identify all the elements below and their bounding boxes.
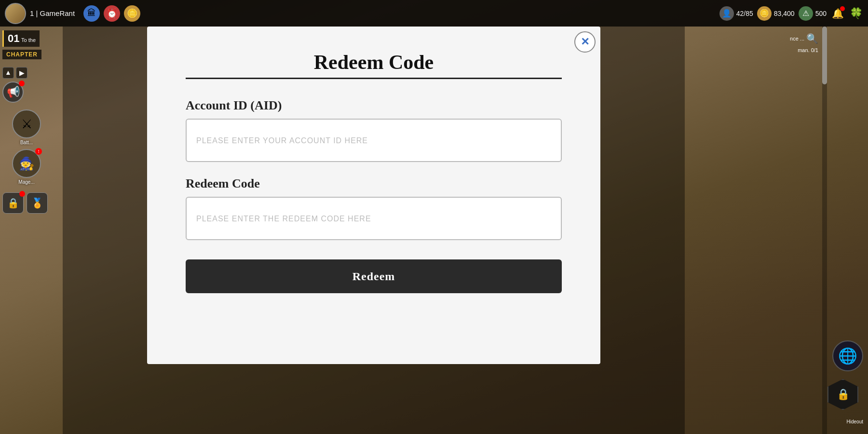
hideout-label: Hideout	[847, 419, 863, 424]
clock-icon[interactable]: ⏰	[104, 5, 120, 22]
modal-divider	[186, 78, 562, 79]
redeem-code-label: Redeem Code	[186, 176, 562, 191]
building-icon[interactable]: 🏛	[83, 5, 100, 22]
medal-button[interactable]: 🏅	[27, 192, 48, 214]
hud-bar: 1 | GameRant 🏛 ⏰ 🪙 👤 42/85 🪙 83,400 ⚠ 50…	[0, 0, 868, 27]
battle-icon: ⚔	[12, 109, 41, 138]
mage-badge: !	[35, 148, 42, 155]
right-stat-text: man. 0/1	[798, 47, 818, 53]
health-stat: 👤 42/85	[719, 6, 753, 21]
shield-stat: ⚠ 500	[799, 6, 827, 21]
bell-badge	[840, 6, 845, 11]
sidebar-item-battle[interactable]: ⚔ Batt...	[2, 109, 51, 145]
server-label: 1 | GameRant	[30, 9, 75, 17]
clover-icon[interactable]: 🍀	[849, 6, 863, 21]
submit-button[interactable]: Redeem	[186, 259, 562, 293]
chapter-sub: CHAPTER	[2, 50, 41, 59]
chapter-label: 01 To the	[2, 30, 40, 47]
account-id-label: Account ID (AID)	[186, 98, 562, 113]
person-icon: 👤	[719, 6, 734, 21]
sidebar-mage-label: Mage...	[18, 179, 34, 185]
lock-badge	[19, 191, 25, 197]
sidebar-battle-label: Batt...	[20, 140, 33, 145]
globe-button[interactable]: 🌐	[832, 340, 863, 371]
mage-icon: 🧙 !	[12, 149, 41, 178]
gold-coin-icon: 🪙	[757, 6, 772, 21]
redeem-code-input[interactable]	[186, 197, 562, 240]
coins-stat: 🪙 83,400	[757, 6, 795, 21]
hideout-button-area[interactable]: 🔒 Hideout	[847, 418, 863, 424]
account-id-input[interactable]	[186, 119, 562, 162]
megaphone-badge	[19, 81, 25, 86]
nav-right-button[interactable]: ▶	[16, 67, 27, 79]
search-text: nce ...	[790, 36, 804, 41]
modal-title: Redeem Code	[186, 51, 562, 74]
modal-close-button[interactable]: ✕	[574, 31, 596, 53]
scrollbar-track[interactable]	[822, 27, 827, 434]
nav-arrow-area: ▲ ▶	[2, 67, 27, 79]
scrollbar-thumb[interactable]	[822, 27, 827, 84]
sidebar-item-mage[interactable]: 🧙 ! Mage...	[2, 149, 51, 185]
shield-icon: ⚠	[799, 6, 813, 21]
lock-button[interactable]: 🔒	[2, 192, 24, 214]
search-icon[interactable]: 🔍	[806, 33, 818, 44]
search-area: nce ... 🔍	[790, 33, 818, 44]
megaphone-button[interactable]: 📢	[2, 81, 24, 103]
coin-icon[interactable]: 🪙	[124, 5, 140, 22]
nav-up-button[interactable]: ▲	[2, 67, 14, 79]
modal-overlay: ✕ Redeem Code Account ID (AID) Redeem Co…	[63, 27, 685, 434]
redeem-code-modal: ✕ Redeem Code Account ID (AID) Redeem Co…	[147, 27, 600, 364]
bell-button[interactable]: 🔔	[830, 6, 845, 21]
avatar	[5, 3, 26, 24]
